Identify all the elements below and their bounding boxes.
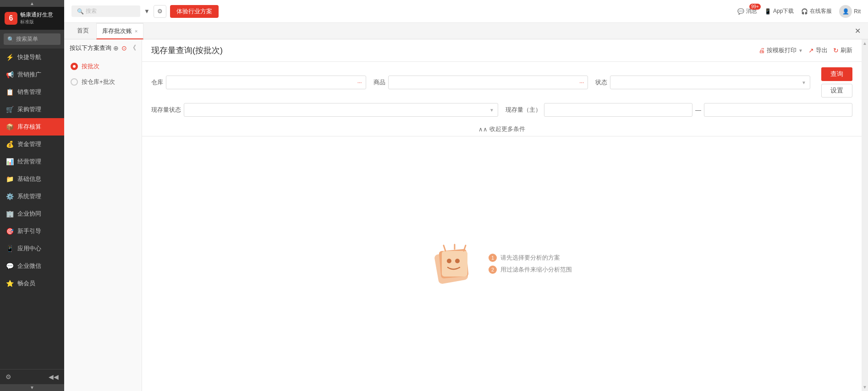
product-filter: 商品 ··· — [374, 76, 588, 89]
stock-qty-dash: — — [695, 107, 701, 114]
app-download-btn[interactable]: 📱 App下载 — [764, 7, 794, 15]
status-select[interactable]: ▼ — [610, 76, 810, 89]
tip-text-1: 请先选择要分析的方案 — [500, 254, 560, 262]
tip-text-2: 用过滤条件来缩小分析范围 — [500, 266, 572, 274]
stock-qty-from[interactable] — [544, 103, 692, 117]
add-scheme-btn[interactable]: ⊕ — [113, 44, 119, 52]
stock-status-label: 现存量状态 — [151, 106, 181, 114]
product-label: 商品 — [374, 78, 385, 87]
tab-close-btn[interactable]: × — [135, 28, 137, 34]
purchase-icon: 🛒 — [5, 105, 14, 114]
stock-qty-to[interactable] — [704, 103, 852, 117]
product-more-icon[interactable]: ··· — [579, 79, 584, 86]
message-badge: 99+ — [749, 4, 761, 10]
collapse-filters-btn[interactable]: ∧∧ 收起更多条件 — [151, 122, 852, 136]
tip-item-2: 2 用过滤条件来缩小分析范围 — [489, 266, 572, 274]
warehouse-more-icon[interactable]: ··· — [357, 79, 362, 86]
search-dropdown-btn[interactable]: ▼ — [144, 8, 150, 15]
online-service-btn[interactable]: 🎧 在线客服 — [801, 7, 832, 15]
sidebar-item-enterprise[interactable]: 🏢 企业协同 — [0, 205, 64, 223]
warehouse-filter: 仓库 ··· — [151, 76, 366, 89]
top-bar-left: 🔍 搜索 ▼ ⚙ 体验行业方案 — [71, 5, 732, 18]
operations-icon: 📊 — [5, 157, 14, 166]
left-panel-actions: ⊕ ⊙ 《 — [113, 44, 136, 52]
sidebar-item-system[interactable]: ⚙️ 系统管理 — [0, 188, 64, 205]
left-panel: 按以下方案查询 ⊕ ⊙ 《 按批次 — [64, 39, 142, 391]
current-tab-label: 库存批次账 — [102, 27, 132, 35]
sidebar-item-finance[interactable]: 💰 资金管理 — [0, 136, 64, 153]
tip-number-2: 2 — [489, 266, 497, 274]
experience-btn[interactable]: 体验行业方案 — [170, 5, 219, 18]
top-bar: 🔍 搜索 ▼ ⚙ 体验行业方案 💬 消息 99+ 📱 App下载 — [64, 0, 868, 23]
sidebar-brand: 畅康通好生意 标准版 — [20, 11, 53, 25]
sidebar-item-purchase[interactable]: 🛒 采购管理 — [0, 101, 64, 118]
sidebar-item-quick-nav[interactable]: ⚡ 快捷导航 — [0, 49, 64, 66]
scroll-up-btn[interactable]: ▲ — [861, 39, 868, 47]
collapse-icon: ∧∧ — [478, 126, 488, 133]
status-label: 状态 — [595, 78, 607, 87]
sidebar-item-new-guide[interactable]: 🎯 新手引导 — [0, 223, 64, 240]
stock-qty-label: 现存量（主） — [505, 106, 541, 114]
export-icon: ↗ — [808, 47, 814, 54]
query-button[interactable]: 查询 — [821, 67, 852, 81]
refresh-btn[interactable]: ↻ 刷新 — [833, 46, 852, 54]
scheme-label: 按批次 — [82, 62, 99, 71]
filter-row-1: 仓库 ··· 商品 ··· — [151, 67, 852, 98]
sidebar-scroll-up[interactable]: ▲ — [0, 0, 64, 7]
sidebar-item-vip[interactable]: ⭐ 畅会员 — [0, 275, 64, 292]
sidebar-header: 6 畅康通好生意 标准版 — [0, 7, 64, 30]
page-title: 现存量查询(按批次) — [151, 45, 223, 56]
sidebar-item-basic-info[interactable]: 📁 基础信息 — [0, 170, 64, 188]
topbar-settings-btn[interactable]: ⚙ — [154, 5, 166, 18]
collapse-panel-icon[interactable]: 《 — [130, 44, 136, 52]
sidebar-footer: ⚙ ◀◀ — [0, 369, 64, 384]
top-bar-right: 💬 消息 99+ 📱 App下载 🎧 在线客服 👤 Rit — [737, 5, 861, 18]
message-btn[interactable]: 💬 消息 99+ — [737, 7, 757, 15]
inventory-icon: 📦 — [5, 123, 14, 131]
settings-gear-icon[interactable]: ⚙ — [5, 373, 11, 380]
scheme-label: 按仓库+批次 — [82, 78, 115, 86]
main-area: 🔍 搜索 ▼ ⚙ 体验行业方案 💬 消息 99+ 📱 App下载 — [64, 0, 868, 391]
sidebar-search-input[interactable]: 🔍 搜索菜单 — [4, 33, 60, 45]
collapse-sidebar-icon[interactable]: ◀◀ — [49, 373, 59, 380]
scroll-down-btn[interactable]: ▼ — [861, 383, 868, 391]
app-center-icon: 📱 — [5, 244, 14, 253]
filter-area: 仓库 ··· 商品 ··· — [142, 62, 862, 136]
warehouse-input[interactable]: ··· — [166, 76, 366, 89]
sidebar-item-inventory[interactable]: 📦 库存核算 — [0, 118, 64, 136]
sidebar-item-wechat[interactable]: 💬 企业微信 — [0, 257, 64, 275]
avatar: 👤 — [839, 5, 852, 18]
print-dropdown-icon[interactable]: ▼ — [798, 48, 803, 53]
top-search-box[interactable]: 🔍 搜索 — [71, 5, 140, 17]
new-guide-icon: 🎯 — [5, 227, 14, 235]
left-panel-header: 按以下方案查询 ⊕ ⊙ 《 — [64, 39, 142, 57]
tab-bar-close-btn[interactable]: ✕ — [855, 27, 861, 35]
page-header: 现存量查询(按批次) 🖨 按模板打印 ▼ ↗ 导出 ↻ — [142, 39, 862, 62]
sidebar-item-marketing[interactable]: 📢 营销推广 — [0, 66, 64, 83]
setting-button[interactable]: 设置 — [821, 84, 852, 98]
product-input[interactable]: ··· — [388, 76, 588, 89]
tab-bar: 首页 库存批次账 × ✕ — [64, 23, 868, 39]
user-profile-btn[interactable]: 👤 Rit — [839, 5, 861, 18]
print-btn[interactable]: 🖨 按模板打印 ▼ — [758, 46, 803, 54]
sidebar-item-operations[interactable]: 📊 经营管理 — [0, 153, 64, 170]
sidebar-search-area[interactable]: 🔍 搜索菜单 — [0, 30, 64, 49]
export-btn[interactable]: ↗ 导出 — [808, 46, 828, 54]
right-scrollbar: ▲ ▼ — [862, 39, 868, 391]
tab-inventory-batch[interactable]: 库存批次账 × — [96, 23, 143, 39]
empty-state: 1 请先选择要分析的方案 2 用过滤条件来缩小分析范围 — [432, 241, 572, 287]
sidebar-item-app-center[interactable]: 📱 应用中心 — [0, 240, 64, 257]
scheme-item-by-batch[interactable]: 按批次 — [64, 59, 142, 74]
stock-status-select[interactable]: ▼ — [184, 103, 498, 117]
scheme-settings-icon[interactable]: ⊙ — [121, 44, 127, 52]
status-dropdown-icon: ▼ — [802, 80, 806, 85]
sidebar-scroll-down[interactable]: ▼ — [0, 384, 64, 391]
wechat-icon: 💬 — [5, 262, 14, 270]
content-area: 按以下方案查询 ⊕ ⊙ 《 按批次 — [64, 39, 868, 391]
sidebar-item-sales[interactable]: 📋 销售管理 — [0, 83, 64, 101]
enterprise-icon: 🏢 — [5, 210, 14, 218]
stock-qty-filter: 现存量（主） — — [505, 103, 852, 117]
marketing-icon: 📢 — [5, 71, 14, 79]
tab-home[interactable]: 首页 — [71, 23, 94, 39]
scheme-item-by-warehouse-batch[interactable]: 按仓库+批次 — [64, 74, 142, 90]
